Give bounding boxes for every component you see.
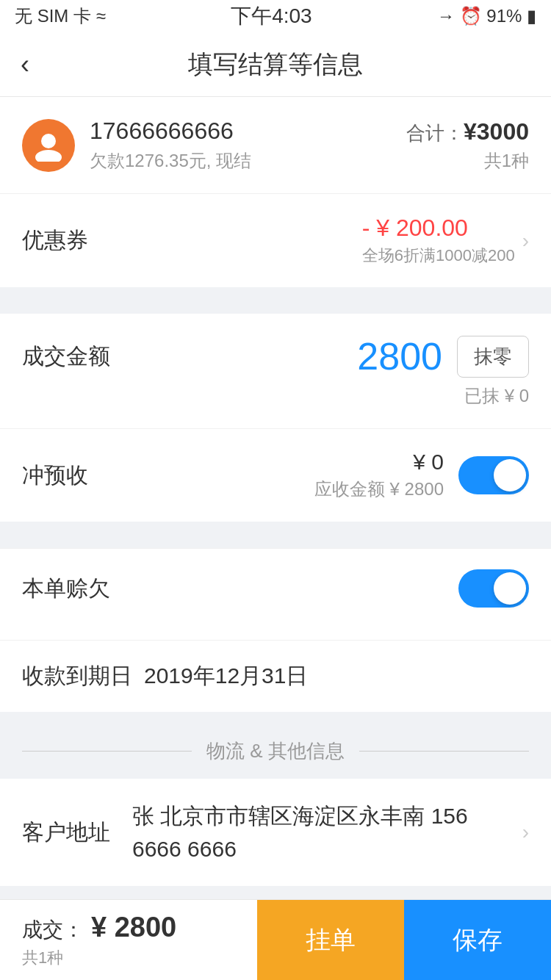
amount-value: 2800 <box>357 334 442 378</box>
coupon-row[interactable]: 优惠券 - ¥ 200.00 全场6折满1000减200 › <box>0 193 551 287</box>
round-button[interactable]: 抹零 <box>457 336 529 378</box>
debit-label: 本单赊欠 <box>22 574 110 604</box>
chevron-right-icon: › <box>522 229 529 253</box>
gray-divider <box>0 299 551 314</box>
address-value: 张 北京市市辖区海淀区永丰南 156 6666 6666 <box>132 799 522 865</box>
duedate-row: 收款到期日 2019年12月31日 <box>22 661 529 691</box>
address-chevron-icon: › <box>522 821 529 844</box>
status-bar-time: 下午4:03 <box>231 2 312 30</box>
address-row[interactable]: 客户地址 张 北京市市辖区海淀区永丰南 156 6666 6666 › <box>22 799 529 865</box>
logistics-label: 物流 & 其他信息 <box>206 738 345 764</box>
address-inner: 客户地址 张 北京市市辖区海淀区永丰南 156 6666 6666 › <box>0 779 551 886</box>
user-icon <box>32 129 65 162</box>
customer-section: 17666666666 欠款1276.35元, 现结 合计：¥3000 共1种 … <box>0 97 551 287</box>
prepay-row: 冲预收 ¥ 0 应收金额 ¥ 2800 <box>22 450 529 501</box>
coupon-label: 优惠券 <box>22 226 88 256</box>
amount-right: 2800 抹零 <box>357 334 529 378</box>
customer-row: 17666666666 欠款1276.35元, 现结 合计：¥3000 共1种 <box>0 97 551 193</box>
coupon-right: - ¥ 200.00 全场6折满1000减200 › <box>362 215 529 267</box>
status-bar-left: 无 SIM 卡 ≈ <box>15 4 106 28</box>
page-title: 填写结算等信息 <box>188 48 363 82</box>
amount-sub: 已抹 ¥ 0 <box>22 384 529 408</box>
coupon-info: - ¥ 200.00 全场6折满1000减200 <box>362 215 515 267</box>
amount-section: 成交金额 2800 抹零 已抹 ¥ 0 冲预收 ¥ 0 应收金额 ¥ 2800 <box>0 314 551 522</box>
battery-status: → ⏰ 91% ▮ <box>437 6 536 26</box>
total-count: 共1种 <box>406 149 529 173</box>
debit-inner: 本单赊欠 <box>0 548 551 628</box>
prepay-sub: 应收金额 ¥ 2800 <box>314 478 444 501</box>
prepay-label: 冲预收 <box>22 461 88 491</box>
customer-left: 17666666666 欠款1276.35元, 现结 <box>22 118 251 173</box>
save-button[interactable]: 保存 <box>404 900 551 980</box>
svg-point-1 <box>35 150 62 162</box>
bottom-buttons: 挂单 保存 <box>257 900 551 980</box>
bottom-count: 共1种 <box>22 947 235 969</box>
nav-bar: ‹ 填写结算等信息 <box>0 32 551 97</box>
toggle-knob <box>494 459 526 491</box>
prepay-right: ¥ 0 应收金额 ¥ 2800 <box>314 450 529 501</box>
prepay-toggle[interactable] <box>458 456 529 494</box>
debit-row: 本单赊欠 <box>22 569 529 608</box>
duedate-section: 收款到期日 2019年12月31日 <box>0 640 551 712</box>
svg-point-0 <box>41 134 56 148</box>
duedate-value: 2019年12月31日 <box>144 661 308 691</box>
address-label: 客户地址 <box>22 818 110 848</box>
coupon-desc: 全场6折满1000减200 <box>362 245 515 267</box>
sim-status: 无 SIM 卡 ≈ <box>15 4 106 28</box>
bottom-summary: 成交： ¥ 2800 共1种 <box>0 912 257 969</box>
deal-amount: ¥ 2800 <box>91 912 176 943</box>
avatar <box>22 119 75 172</box>
status-bar: 无 SIM 卡 ≈ 下午4:03 → ⏰ 91% ▮ <box>0 0 551 32</box>
customer-phone: 17666666666 <box>90 118 251 145</box>
debit-toggle[interactable] <box>458 569 529 608</box>
prepay-section: 冲预收 ¥ 0 应收金额 ¥ 2800 <box>0 428 551 522</box>
bottom-bar: 成交： ¥ 2800 共1种 挂单 保存 <box>0 899 551 980</box>
duedate-label: 收款到期日 <box>22 661 132 691</box>
address-section: 客户地址 张 北京市市辖区海淀区永丰南 156 6666 6666 › <box>0 779 551 886</box>
debit-section: 本单赊欠 收款到期日 2019年12月31日 <box>0 548 551 712</box>
gray-divider-2 <box>0 533 551 548</box>
amount-row: 成交金额 2800 抹零 <box>22 334 529 378</box>
amount-inner: 成交金额 2800 抹零 已抹 ¥ 0 <box>0 314 551 428</box>
customer-right: 合计：¥3000 共1种 <box>406 118 529 173</box>
logistics-divider: 物流 & 其他信息 <box>0 724 551 779</box>
back-button[interactable]: ‹ <box>21 49 29 80</box>
divider-line-right <box>359 751 529 752</box>
status-bar-right: → ⏰ 91% ▮ <box>437 6 536 26</box>
total-label: 合计：¥3000 <box>406 118 529 146</box>
deal-label: 成交： <box>22 916 84 944</box>
customer-info: 17666666666 欠款1276.35元, 现结 <box>90 118 251 173</box>
bottom-deal: 成交： ¥ 2800 <box>22 912 235 944</box>
customer-debt: 欠款1276.35元, 现结 <box>90 149 251 173</box>
debit-toggle-knob <box>494 572 526 605</box>
coupon-discount: - ¥ 200.00 <box>362 215 515 242</box>
hang-button[interactable]: 挂单 <box>257 900 404 980</box>
prepay-amount-col: ¥ 0 应收金额 ¥ 2800 <box>314 450 444 501</box>
divider-line-left <box>22 751 192 752</box>
amount-label: 成交金额 <box>22 342 110 372</box>
prepay-value: ¥ 0 <box>314 450 444 475</box>
